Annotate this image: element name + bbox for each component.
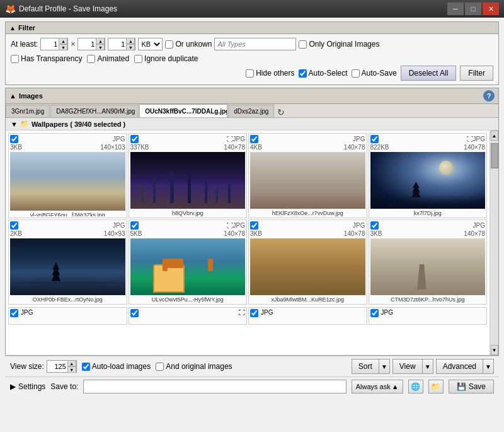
width-down[interactable]: ▼ <box>59 44 67 50</box>
height-input[interactable] <box>78 38 96 50</box>
animated-label: Animated <box>97 54 129 63</box>
auto-select-checkbox[interactable] <box>299 69 307 78</box>
minimize-button[interactable]: ─ <box>447 3 464 15</box>
list-item[interactable]: JPG 2KB 140×93 OXHP0b-FBEx...rtOyNo.jpg <box>8 219 127 305</box>
animated-row: Animated <box>87 54 129 63</box>
cell-checkbox[interactable] <box>130 135 139 143</box>
cell-checkbox[interactable] <box>370 135 379 143</box>
close-button[interactable]: ✕ <box>483 3 499 15</box>
always-ask-button[interactable]: Always ask ▲ <box>352 380 403 394</box>
height-input-wrap: ▲ ▼ <box>77 38 105 50</box>
scroll-thumb[interactable] <box>491 143 498 168</box>
cell-image <box>370 238 486 295</box>
at-least-label: At least: <box>11 40 38 49</box>
sort-dropdown-arrow[interactable]: ▼ <box>379 359 390 374</box>
browse-icon-button[interactable]: 🌐 <box>408 380 423 394</box>
cell-checkbox[interactable] <box>250 135 258 143</box>
images-grid-wrap: JPG 3KB 140×103 vl-vpBGFY6ou...fJWr3Zks.… <box>6 131 490 355</box>
tab-2[interactable]: OUcN3kffBvC...7lDDALg.jpg <box>139 104 227 117</box>
folder-icon-button[interactable]: 📁 <box>428 380 444 394</box>
view-size-up[interactable]: ▲ <box>67 360 76 366</box>
settings-label[interactable]: ▶ Settings <box>10 382 45 391</box>
or-unknown-checkbox[interactable] <box>165 40 173 49</box>
list-item[interactable]: JPG <box>369 307 488 325</box>
size-unit-select[interactable]: KB MB B <box>138 38 163 50</box>
width-input[interactable] <box>41 38 59 50</box>
cell-checkbox[interactable] <box>10 309 18 317</box>
cell-checkbox[interactable] <box>250 309 258 317</box>
list-item[interactable]: JPG 3KB 140×78 CTM3D7zt8KP...hVo7hUs.jpg <box>369 219 488 305</box>
advanced-main-button[interactable]: Advanced <box>436 359 483 374</box>
view-size-down[interactable]: ▼ <box>67 366 76 373</box>
cell-filename: CTM3D7zt8KP...hVo7hUs.jpg <box>370 296 486 303</box>
title-bar: 🦊 Default Profile - Save Images ─ □ ✕ <box>0 0 504 18</box>
cell-dims: 140×103 <box>100 144 125 151</box>
cell-type: JPG <box>353 136 365 143</box>
view-dropdown-arrow[interactable]: ▼ <box>422 359 433 374</box>
sort-main-button[interactable]: Sort <box>352 359 379 374</box>
cell-dims: 140×78 <box>344 230 365 237</box>
list-item[interactable]: JPG <box>8 307 127 325</box>
filter-collapse-arrow[interactable]: ▲ <box>9 25 16 32</box>
scroll-down-arrow[interactable]: ▼ <box>491 345 498 355</box>
window-controls: ─ □ ✕ <box>447 3 499 15</box>
filter-section-header: ▲ Filter <box>5 21 499 33</box>
size-down[interactable]: ▼ <box>126 44 135 50</box>
cell-checkbox[interactable] <box>250 221 258 230</box>
deselect-all-button[interactable]: Deselect All <box>401 66 457 81</box>
save-button[interactable]: 💾 Save <box>449 380 494 394</box>
list-item[interactable]: ⛶ <box>129 307 248 325</box>
hide-others-checkbox[interactable] <box>246 69 254 78</box>
list-item[interactable]: JPG 3KB 140×78 xJba9MlwtBM...KuRE1zc.jpg <box>248 219 367 305</box>
size-input[interactable] <box>108 38 126 50</box>
width-up[interactable]: ▲ <box>59 38 67 44</box>
collapse-arrow[interactable]: ▼ <box>11 120 18 128</box>
wallpapers-label: Wallpapers ( 39/40 selected ) <box>32 120 125 128</box>
list-item[interactable]: JPG 3KB 140×103 vl-vpBGFY6ou...fJWr3Zks.… <box>8 133 127 218</box>
height-down[interactable]: ▼ <box>96 44 105 50</box>
window-title: Default Profile - Save Images <box>19 4 447 13</box>
view-main-button[interactable]: View <box>392 359 422 374</box>
tab-0[interactable]: 3Gnr1m.jpg <box>6 105 50 117</box>
all-types-input[interactable] <box>214 38 296 50</box>
folder-icon: 📁 <box>20 120 29 128</box>
only-original-checkbox[interactable] <box>299 40 307 49</box>
size-up[interactable]: ▲ <box>126 38 135 44</box>
list-item[interactable]: JPG 4KB 140×78 hEKlFzX8xOe...r7vvDuw.jpg <box>248 133 367 218</box>
tab-refresh-icon[interactable]: ↻ <box>275 107 287 117</box>
list-item[interactable]: ⛶ JPG 5KB 140×78 <box>129 219 248 305</box>
images-collapse-arrow[interactable]: ▲ <box>9 92 16 100</box>
tab-3[interactable]: dDxs2az.jpg <box>228 105 274 117</box>
cell-checkbox[interactable] <box>10 221 18 230</box>
cell-fullscreen-icon: ⛶ <box>227 222 233 229</box>
animated-checkbox[interactable] <box>87 55 95 63</box>
maximize-button[interactable]: □ <box>465 3 481 15</box>
vertical-scrollbar[interactable]: ▲ ▼ <box>490 131 498 355</box>
cell-image <box>370 152 486 209</box>
filter-box: At least: ▲ ▼ × ▲ ▼ <box>5 33 499 85</box>
filter-button[interactable]: Filter <box>460 66 493 81</box>
cell-checkbox[interactable] <box>130 221 139 230</box>
list-item[interactable]: JPG <box>248 307 367 325</box>
list-item[interactable]: ⛶ JPG 822KB 140×78 <box>369 133 488 218</box>
cell-checkbox[interactable] <box>10 135 18 143</box>
advanced-dropdown-arrow[interactable]: ▼ <box>483 359 494 374</box>
and-original-checkbox[interactable] <box>156 363 164 371</box>
help-icon[interactable]: ? <box>483 90 495 102</box>
list-item[interactable]: ⛶ JPG 337KB 140×78 <box>129 133 248 218</box>
ignore-duplicate-checkbox[interactable] <box>134 55 142 63</box>
height-up[interactable]: ▲ <box>96 38 105 44</box>
view-size-input[interactable] <box>47 361 67 372</box>
auto-save-checkbox[interactable] <box>352 69 360 78</box>
cell-checkbox[interactable] <box>130 309 139 317</box>
cell-image <box>10 152 125 211</box>
tab-1[interactable]: DA8GZHEfXH...AN90rM.jpg <box>50 105 139 117</box>
scroll-up-arrow[interactable]: ▲ <box>491 131 498 141</box>
auto-load-checkbox[interactable] <box>82 363 90 371</box>
cell-size-info: 4KB 140×78 <box>250 144 365 151</box>
cell-top: ⛶ JPG <box>370 135 486 143</box>
save-to-input[interactable] <box>83 380 346 394</box>
cell-checkbox[interactable] <box>370 221 379 230</box>
cell-checkbox[interactable] <box>370 309 379 317</box>
has-transparency-checkbox[interactable] <box>11 55 19 63</box>
